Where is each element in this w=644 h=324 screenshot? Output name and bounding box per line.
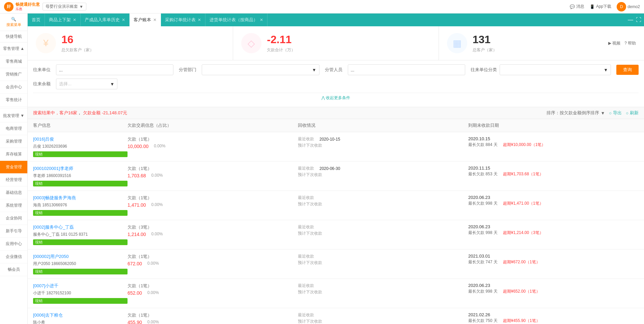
due-date-4: 2021.03.01	[468, 254, 639, 259]
sidebar-item-wecom[interactable]: 企业微信	[0, 251, 27, 263]
sidebar-item-basic-info[interactable]: 基础信息	[0, 186, 27, 199]
sidebar-item-purchase[interactable]: 采购管理	[0, 135, 27, 148]
last-collect-label-4: 最近收款	[298, 254, 314, 259]
sidebar-item-biz-mgmt[interactable]: 经营管理	[0, 174, 27, 186]
next-collect-1: 预计下次收款	[298, 172, 468, 178]
store-selector[interactable]: 母婴行业演示账套 ▼	[43, 3, 86, 10]
tab-product-offline[interactable]: 商品上下架 ✕	[45, 13, 81, 26]
filter-supplier-type-select[interactable]: ▼	[500, 64, 611, 75]
ecommerce-label: 电商管理	[6, 126, 22, 131]
customer-name-3[interactable]: [0002]服务中心_丁磊	[33, 224, 128, 230]
sidebar-item-batch-mgmt[interactable]: 批发管理 ▼	[0, 110, 27, 122]
sidebar-item-inventory[interactable]: 库存核算	[0, 148, 27, 161]
tab-bar-actions: — ⛶	[625, 17, 644, 23]
sidebar-item-system[interactable]: 系统管理	[0, 199, 27, 212]
filter-dept-select[interactable]: ▼	[202, 64, 319, 75]
customer-info-5: [0007]小进千 小进千 18279152100 现销	[33, 283, 128, 304]
tab-purchase-stats[interactable]: 进货单统计表（按商品） ✕	[205, 13, 268, 26]
due-date-info-4: 2021.03.01 最长欠款 747 天 超期¥672.00（1笔）	[468, 254, 639, 265]
customer-phone-4: 用户2050 18665062050	[33, 261, 128, 267]
refresh-icon: ○	[626, 111, 628, 116]
overdue-amount-4[interactable]: 超期¥672.00（1笔）	[503, 259, 540, 265]
sidebar-quick-nav[interactable]: 快捷导航	[0, 31, 27, 42]
tab-minimize-icon[interactable]: —	[628, 17, 633, 23]
inventory-label: 库存核算	[6, 151, 22, 157]
sidebar: 🔍 搜索菜单 快捷导航 零售管理 ▲ 零售商城 营销推广 会员中心 零售统计	[0, 13, 28, 324]
tab-purchase-order-close[interactable]: ✕	[198, 18, 201, 22]
last-collect-label-3: 最近收款	[298, 224, 314, 230]
app-download-label: App下载	[596, 4, 611, 9]
help-icon: ?	[624, 41, 627, 46]
tab-product-history-close[interactable]: ✕	[122, 18, 125, 22]
filter-person-input[interactable]: ...	[348, 64, 465, 75]
overdue-amount-0[interactable]: 超期¥10,000.00（1笔）	[503, 142, 546, 148]
result-debt: 欠款金额 -21,148.07元	[83, 110, 127, 115]
customer-name-5[interactable]: [0007]小进千	[33, 283, 128, 289]
user-action[interactable]: D demo2	[617, 2, 640, 11]
sidebar-item-app-center[interactable]: 应用中心	[0, 238, 27, 251]
customer-name-0[interactable]: [0016]吕俊	[33, 136, 128, 142]
sidebar-item-marketing[interactable]: 营销推广	[0, 68, 27, 81]
overdue-amount-3[interactable]: 超期¥1,214.00（3笔）	[503, 230, 543, 236]
refresh-button[interactable]: ○ 刷新	[626, 110, 639, 116]
sidebar-item-member-plus[interactable]: 畅会员	[0, 263, 27, 276]
help-label: 帮助	[628, 40, 636, 46]
customer-tag-3: 现销	[33, 239, 128, 245]
collapse-bar[interactable]: ⋀ 收起更多条件	[33, 93, 639, 103]
sidebar-search[interactable]: 🔍 搜索菜单	[0, 13, 27, 31]
sidebar-item-member[interactable]: 会员中心	[0, 81, 27, 94]
sidebar-item-ecommerce[interactable]: 电商管理	[0, 122, 27, 135]
tab-purchase-order[interactable]: 采购订单统计表 ✕	[161, 13, 205, 26]
collapse-icon: ⋀	[321, 95, 325, 100]
search-button[interactable]: 查询	[616, 65, 639, 75]
recovery-info-1: 最近收款 2020-06-30 预计下次收款	[298, 166, 468, 178]
sidebar-item-retail-stats[interactable]: 零售统计	[0, 94, 27, 107]
tab-customer-account[interactable]: 客户账本 ✕	[130, 13, 161, 26]
filter-row-1: 往来单位 ... 分管部门 ▼ 分管人员	[33, 64, 639, 75]
export-button[interactable]: ○ 导出	[609, 110, 622, 116]
filter-supplier-dots: ...	[59, 67, 63, 72]
app-download-action[interactable]: 📱 App下载	[590, 4, 611, 9]
customer-info-1: [0001020001]李老师 李老师 18600391516 现销	[33, 166, 128, 186]
stat-label-total-customers: 总客户（家）	[473, 47, 497, 53]
customer-phone-1: 李老师 18600391516	[33, 173, 128, 179]
message-label: 消息	[576, 4, 584, 9]
retail-mall-label: 零售商城	[6, 59, 22, 64]
sort-button[interactable]: 排序：按欠款金额倒序排序 ▼	[547, 110, 605, 116]
video-action[interactable]: ▶ 视频	[608, 40, 620, 46]
collapse-label: 收起更多条件	[326, 95, 350, 100]
filter-supplier-input[interactable]: ...	[56, 64, 173, 75]
filter-balance-placeholder: 选择...	[59, 81, 72, 87]
customer-name-6[interactable]: [0006]去下粮仓	[33, 312, 128, 318]
tab-customer-account-close[interactable]: ✕	[153, 18, 157, 22]
filter-balance-select[interactable]: 选择... ▼	[56, 79, 117, 89]
tab-purchase-stats-label: 进货单统计表（按商品）	[209, 17, 258, 23]
table-row: [0016]吕俊 吕俊 13026203696 现销 欠款（1笔） 10,000…	[28, 132, 644, 161]
sidebar-item-retail-mgmt[interactable]: 零售管理 ▲	[0, 42, 27, 55]
member-label: 会员中心	[6, 84, 22, 90]
help-action[interactable]: ? 帮助	[624, 40, 636, 46]
customer-name-2[interactable]: [0003]畅捷服务尹海燕	[33, 195, 128, 201]
overdue-amount-1[interactable]: 超期¥1,703.68（1笔）	[503, 171, 543, 177]
debt-percent-0: 0.00%	[154, 144, 165, 148]
biz-mgmt-label: 经营管理	[6, 177, 22, 183]
sidebar-item-newbie[interactable]: 新手引导	[0, 225, 27, 238]
tab-maximize-icon[interactable]: ⛶	[636, 17, 641, 23]
overdue-amount-5[interactable]: 超期¥652.00（1笔）	[503, 289, 540, 294]
sidebar-item-enterprise[interactable]: 企业协同	[0, 212, 27, 225]
tab-purchase-stats-close[interactable]: ✕	[260, 18, 263, 22]
filter-supplier-type-arrow: ▼	[604, 67, 608, 72]
sidebar-item-finance[interactable]: 资金管理	[0, 161, 27, 174]
overdue-amount-6[interactable]: 超期¥455.90（1笔）	[503, 318, 540, 324]
customer-name-4[interactable]: [000002]用户2050	[33, 254, 128, 260]
sidebar-item-retail-mall[interactable]: 零售商城	[0, 55, 27, 68]
message-action[interactable]: 💬 消息	[570, 4, 584, 9]
customer-name-1[interactable]: [0001020001]李老师	[33, 166, 128, 172]
message-icon: 💬	[570, 4, 575, 9]
last-collect-label-5: 最近收款	[298, 283, 314, 289]
tab-product-history[interactable]: 产成品入库单历史 ✕	[81, 13, 130, 26]
tab-home[interactable]: 首页	[28, 13, 45, 26]
tab-product-offline-close[interactable]: ✕	[73, 18, 76, 22]
avatar: D	[617, 2, 626, 11]
overdue-amount-2[interactable]: 超期¥1,471.00（1笔）	[503, 201, 543, 206]
